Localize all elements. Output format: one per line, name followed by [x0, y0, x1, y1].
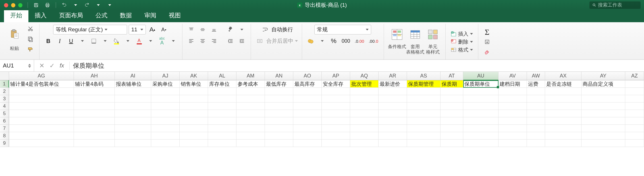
- cell-AV6[interactable]: [498, 117, 527, 125]
- cell-AW4[interactable]: [527, 103, 545, 110]
- cell-AW6[interactable]: [527, 117, 545, 125]
- undo-button[interactable]: [60, 1, 68, 9]
- cell-AL5[interactable]: [208, 110, 236, 117]
- cell-AS9[interactable]: [407, 140, 441, 147]
- cell-AS4[interactable]: [407, 103, 441, 110]
- cell-AU3[interactable]: [463, 95, 498, 103]
- cell-AO7[interactable]: [293, 125, 322, 132]
- cell-AY8[interactable]: [581, 132, 625, 140]
- percent-button[interactable]: %: [329, 36, 338, 46]
- font-name-select[interactable]: 等线 Regular (正文): [53, 25, 127, 34]
- orientation-button[interactable]: ab: [226, 25, 235, 34]
- cell-AQ4[interactable]: [350, 103, 379, 110]
- column-header-AS[interactable]: AS: [407, 72, 441, 80]
- cell-AM6[interactable]: [236, 117, 265, 125]
- cell-AJ6[interactable]: [151, 117, 180, 125]
- cell-AZ1[interactable]: [625, 80, 644, 88]
- column-header-AR[interactable]: AR: [379, 72, 407, 80]
- phonetic-button[interactable]: abcA: [157, 36, 167, 46]
- row-header-6[interactable]: 6: [0, 117, 9, 125]
- cell-AW1[interactable]: 运费: [527, 80, 545, 88]
- cell-AT5[interactable]: [441, 110, 463, 117]
- cancel-edit-icon[interactable]: ✕: [39, 62, 44, 69]
- cell-AN7[interactable]: [265, 125, 293, 132]
- row-header-2[interactable]: 2: [0, 88, 9, 95]
- column-header-AH[interactable]: AH: [74, 72, 115, 80]
- cell-AZ3[interactable]: [625, 95, 644, 103]
- cell-AQ7[interactable]: [350, 125, 379, 132]
- cell-AY6[interactable]: [581, 117, 625, 125]
- cell-AG8[interactable]: [9, 132, 74, 140]
- border-button[interactable]: [89, 36, 99, 46]
- align-bottom-button[interactable]: [209, 25, 219, 34]
- cell-AJ3[interactable]: [151, 95, 180, 103]
- cell-AT9[interactable]: [441, 140, 463, 147]
- cell-AT1[interactable]: 保质期: [441, 80, 463, 88]
- redo-dropdown[interactable]: [94, 1, 103, 9]
- column-header-AT[interactable]: AT: [441, 72, 463, 80]
- tab-home[interactable]: 开始: [4, 9, 28, 22]
- cell-AK3[interactable]: [180, 95, 208, 103]
- cell-AN3[interactable]: [265, 95, 293, 103]
- column-header-AU[interactable]: AU: [463, 72, 498, 80]
- underline-dropdown[interactable]: [78, 36, 87, 46]
- wrap-text-icon[interactable]: [260, 25, 270, 34]
- cell-AG2[interactable]: [9, 88, 74, 95]
- cell-AK5[interactable]: [180, 110, 208, 117]
- cell-AW2[interactable]: [527, 88, 545, 95]
- cell-AP1[interactable]: 安全库存: [322, 80, 350, 88]
- cell-AZ9[interactable]: [625, 140, 644, 147]
- align-right-button[interactable]: [209, 36, 219, 46]
- decrease-decimal-button[interactable]: .00.0: [367, 36, 379, 46]
- cell-AL3[interactable]: [208, 95, 236, 103]
- number-format-select[interactable]: 常规: [314, 25, 371, 34]
- cell-AL1[interactable]: 库存单位: [208, 80, 236, 88]
- cell-AZ5[interactable]: [625, 110, 644, 117]
- tab-review[interactable]: 审阅: [138, 9, 163, 22]
- delete-cells-button[interactable]: 删除: [450, 38, 474, 46]
- tab-data[interactable]: 数据: [114, 9, 138, 22]
- format-painter-button[interactable]: [26, 44, 35, 54]
- cell-AR3[interactable]: [379, 95, 407, 103]
- save-button[interactable]: [32, 1, 40, 9]
- cell-AQ3[interactable]: [350, 95, 379, 103]
- column-header-AW[interactable]: AW: [527, 72, 545, 80]
- copy-button[interactable]: [26, 34, 35, 44]
- cell-AR8[interactable]: [379, 132, 407, 140]
- cell-AW9[interactable]: [527, 140, 545, 147]
- tab-formulas[interactable]: 公式: [89, 9, 114, 22]
- cell-AX4[interactable]: [545, 103, 581, 110]
- cell-AO9[interactable]: [293, 140, 322, 147]
- cell-AK9[interactable]: [180, 140, 208, 147]
- cell-AT8[interactable]: [441, 132, 463, 140]
- cell-AK8[interactable]: [180, 132, 208, 140]
- cell-AM3[interactable]: [236, 95, 265, 103]
- cell-AO4[interactable]: [293, 103, 322, 110]
- cell-AO5[interactable]: [293, 110, 322, 117]
- cell-AK2[interactable]: [180, 88, 208, 95]
- cell-AT7[interactable]: [441, 125, 463, 132]
- cell-AS8[interactable]: [407, 132, 441, 140]
- conditional-formatting-button[interactable]: [389, 26, 406, 43]
- cell-AG4[interactable]: [9, 103, 74, 110]
- cell-AQ6[interactable]: [350, 117, 379, 125]
- cell-AU7[interactable]: [463, 125, 498, 132]
- cell-AL2[interactable]: [208, 88, 236, 95]
- cell-AG6[interactable]: [9, 117, 74, 125]
- row-header-8[interactable]: 8: [0, 132, 9, 140]
- cell-AM8[interactable]: [236, 132, 265, 140]
- cell-AM2[interactable]: [236, 88, 265, 95]
- column-header-AL[interactable]: AL: [208, 72, 236, 80]
- cell-styles-button[interactable]: [424, 26, 441, 43]
- cell-AU4[interactable]: [463, 103, 498, 110]
- italic-button[interactable]: I: [55, 36, 65, 46]
- cell-AP8[interactable]: [322, 132, 350, 140]
- paste-button[interactable]: [7, 24, 22, 44]
- column-header-AQ[interactable]: AQ: [350, 72, 379, 80]
- font-color-button[interactable]: A: [134, 36, 144, 46]
- cell-AX1[interactable]: 是否走冻链: [545, 80, 581, 88]
- cell-AU9[interactable]: [463, 140, 498, 147]
- currency-dropdown[interactable]: [317, 36, 327, 46]
- cell-AH9[interactable]: [74, 140, 115, 147]
- row-header-9[interactable]: 9: [0, 140, 9, 147]
